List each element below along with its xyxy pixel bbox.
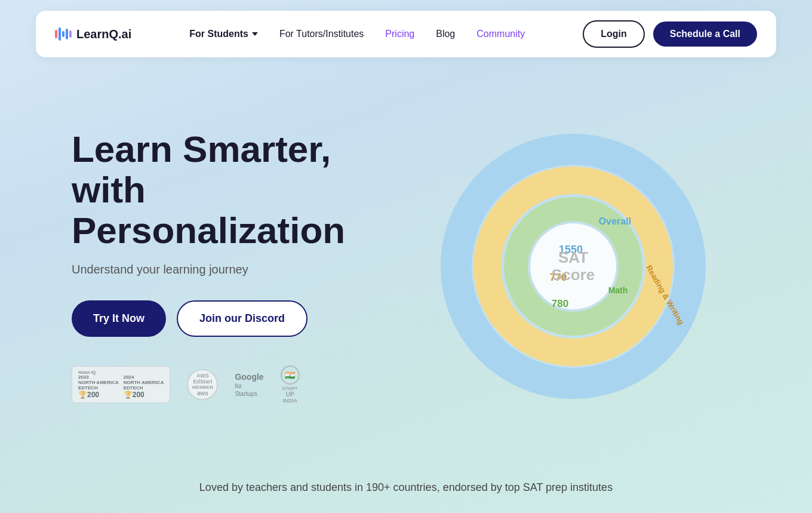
logo-icon xyxy=(55,27,72,41)
google-badge: Google for Startups xyxy=(235,371,263,398)
hero-subtitle: Understand your learning journey xyxy=(72,263,406,277)
nav-links: For Students For Tutors/Institutes Prici… xyxy=(189,29,525,39)
nav-actions: Login Schedule a Call xyxy=(583,20,757,48)
overall-label: Overall xyxy=(599,216,631,226)
holoniq-badge: Holon IQ 2023 NORTH AMERICA EDTECH 🏆200 … xyxy=(72,366,170,403)
nav-for-students[interactable]: For Students xyxy=(189,29,258,39)
footer-text: Loved by teachers and students in 190+ c… xyxy=(0,463,812,513)
badges: Holon IQ 2023 NORTH AMERICA EDTECH 🏆200 … xyxy=(72,365,406,404)
math-score: 780 xyxy=(552,298,568,309)
hero-buttons: Try It Now Join our Discord xyxy=(72,300,406,337)
nav-for-tutors[interactable]: For Tutors/Institutes xyxy=(279,29,364,39)
nav-blog[interactable]: Blog xyxy=(436,29,455,39)
logo-link[interactable]: LearnQ.ai xyxy=(55,27,131,41)
try-it-now-button[interactable]: Try It Now xyxy=(72,300,166,337)
logo-bar-4 xyxy=(66,29,68,39)
login-button[interactable]: Login xyxy=(583,20,645,48)
hero-title: Learn Smarter, with Personalization xyxy=(72,129,406,251)
aws-badge: AWS EdStart MEMBER aws xyxy=(187,369,218,400)
logo-bar-2 xyxy=(59,27,61,41)
startup-india-icon: 🇮🇳 xyxy=(281,365,300,385)
nav-pricing[interactable]: Pricing xyxy=(385,29,414,39)
donut-center-text: SAT Score xyxy=(552,249,595,283)
logo-text: LearnQ.ai xyxy=(76,27,131,41)
navbar: LearnQ.ai For Students For Tutors/Instit… xyxy=(36,11,776,57)
donut-chart: Overall 1550 Reading & Writing 770 Math … xyxy=(430,123,716,410)
nav-community[interactable]: Community xyxy=(476,29,525,39)
logo-bar-1 xyxy=(55,30,57,38)
schedule-button[interactable]: Schedule a Call xyxy=(653,21,757,47)
sat-label-line2: Score xyxy=(552,266,595,284)
logo-bar-5 xyxy=(69,30,72,38)
hero-section: Learn Smarter, with Personalization Unde… xyxy=(0,57,812,463)
hero-right: Overall 1550 Reading & Writing 770 Math … xyxy=(406,123,740,410)
chevron-down-icon xyxy=(252,32,258,36)
join-discord-button[interactable]: Join our Discord xyxy=(177,300,307,337)
sat-label-line1: SAT xyxy=(552,249,595,266)
startup-india-badge: 🇮🇳 START UP INDIA xyxy=(281,365,300,404)
logo-bar-3 xyxy=(62,31,64,37)
math-label: Math xyxy=(608,285,628,295)
hero-left: Learn Smarter, with Personalization Unde… xyxy=(72,129,406,404)
